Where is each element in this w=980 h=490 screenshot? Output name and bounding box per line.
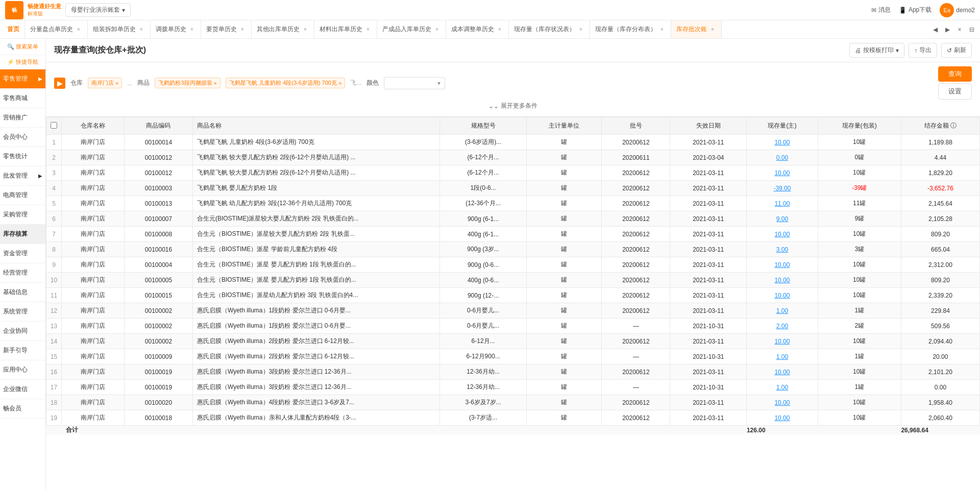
sidebar-item-wholesale[interactable]: 批发管理 ▶	[0, 166, 45, 186]
cell-expire: 2021-03-11	[670, 135, 747, 150]
sidebar-item-membership[interactable]: 畅会员	[0, 399, 45, 419]
logo-line1: 畅捷通好生意	[28, 3, 61, 10]
sidebar-item-finance[interactable]: 资金管理	[0, 244, 45, 263]
tab-2-close[interactable]: ×	[138, 26, 145, 33]
message-btn[interactable]: ✉ 消息	[871, 6, 891, 14]
cell-qty-main[interactable]: 1.00	[747, 349, 818, 364]
tab-4-close[interactable]: ×	[239, 26, 246, 33]
tab-8[interactable]: 成本调整单历史 ×	[446, 20, 509, 39]
tab-7[interactable]: 产成品入库单历史 ×	[377, 20, 446, 39]
sidebar-item-retail-mgmt[interactable]: 零售管理 ▶	[0, 69, 45, 89]
tab-11[interactable]: 库存批次账 ×	[671, 20, 722, 39]
product-more[interactable]: 飞...	[350, 79, 361, 87]
user-area[interactable]: Ea demo2	[940, 3, 975, 17]
sidebar-item-basic-info[interactable]: 基础信息	[0, 283, 45, 302]
color-select[interactable]: ▾	[384, 77, 445, 89]
table-row: 11 南岸门店 00100015 合生元（BIOSTIME）派星幼儿配方奶粉 3…	[46, 288, 980, 303]
export-btn[interactable]: ↑ 导出	[909, 43, 937, 58]
sidebar-item-member[interactable]: 会员中心	[0, 128, 45, 147]
tab-more-btn[interactable]: ⊟	[966, 23, 978, 36]
sidebar-item-operations[interactable]: 经营管理	[0, 263, 45, 283]
sidebar-quick-nav[interactable]: ⚡ 快捷导航	[0, 55, 45, 69]
tab-1-close[interactable]: ×	[75, 26, 82, 33]
expand-more-btn[interactable]: ⌄⌄ 展开更多条件	[54, 100, 972, 112]
select-all-checkbox[interactable]	[51, 122, 57, 129]
tab-11-close[interactable]: ×	[709, 26, 716, 33]
cell-qty-main[interactable]: 3.00	[747, 242, 818, 257]
cell-qty-main[interactable]: 10.00	[747, 288, 818, 303]
product-tag-2-remove[interactable]: ×	[338, 80, 341, 86]
cell-qty-main[interactable]: 10.00	[747, 135, 818, 150]
sidebar-item-collab[interactable]: 企业协同	[0, 322, 45, 341]
cell-warehouse: 南岸门店	[62, 181, 125, 196]
tab-next-btn[interactable]: ▶	[941, 23, 953, 36]
cell-qty-main[interactable]: 11.00	[747, 196, 818, 211]
product-tag-1-remove[interactable]: ×	[214, 80, 217, 86]
cell-qty-main[interactable]: 10.00	[747, 364, 818, 380]
tab-10[interactable]: 现存量（库存分布表） ×	[590, 20, 671, 39]
cell-warehouse: 南岸门店	[62, 303, 125, 318]
footer-empty-2	[818, 426, 901, 435]
sidebar-search[interactable]: 🔍 搜索菜单	[0, 39, 45, 55]
settings-btn[interactable]: 设置	[938, 83, 972, 100]
tab-6[interactable]: 材料出库单历史 ×	[314, 20, 377, 39]
warehouse-filter-tag[interactable]: 南岸门店 ×	[88, 78, 122, 88]
tab-4[interactable]: 要货单历史 ×	[201, 20, 252, 39]
dropdown-arrow: ▾	[122, 7, 125, 14]
tab-5-close[interactable]: ×	[302, 26, 309, 33]
cell-qty-main[interactable]: 10.00	[747, 410, 818, 426]
warehouse-more[interactable]: ...	[127, 80, 132, 87]
tab-9-close[interactable]: ×	[577, 26, 584, 33]
tab-7-close[interactable]: ×	[433, 26, 440, 33]
tab-8-close[interactable]: ×	[496, 26, 503, 33]
tab-9[interactable]: 现存量（库存状况表） ×	[509, 20, 590, 39]
refresh-btn[interactable]: ↺ 刷新	[941, 43, 972, 58]
cell-no: 9	[46, 257, 62, 273]
sidebar-item-retail-stats[interactable]: 零售统计	[0, 147, 45, 166]
tab-10-close[interactable]: ×	[658, 26, 666, 33]
sidebar-item-ecommerce[interactable]: 电商管理	[0, 186, 45, 205]
cell-qty-main[interactable]: 10.00	[747, 165, 818, 181]
tab-6-close[interactable]: ×	[364, 26, 372, 33]
cell-qty-main[interactable]: 2.00	[747, 318, 818, 334]
cell-qty-main[interactable]: -39.00	[747, 181, 818, 196]
cell-qty-main[interactable]: 10.00	[747, 227, 818, 242]
warehouse-remove-icon[interactable]: ×	[115, 80, 118, 86]
sidebar-item-newguide[interactable]: 新手引导	[0, 341, 45, 360]
tab-close-current-btn[interactable]: ×	[953, 23, 966, 36]
sidebar-item-system[interactable]: 系统管理	[0, 302, 45, 322]
tab-home[interactable]: 首页	[2, 20, 25, 39]
cell-qty-main[interactable]: 1.00	[747, 380, 818, 395]
sidebar-item-inventory[interactable]: 库存核算	[0, 225, 45, 244]
cell-unit: 罐	[527, 364, 602, 380]
sidebar-item-wxwork[interactable]: 企业微信	[0, 380, 45, 399]
tab-prev-btn[interactable]: ◀	[929, 23, 941, 36]
chevron-down-icon: ⌄⌄	[488, 103, 499, 110]
product-filter-tag-1[interactable]: 飞鹤奶粉3段丙捆据装 ×	[155, 78, 220, 88]
cell-qty-main[interactable]: 10.00	[747, 395, 818, 410]
filter-expand-btn[interactable]: ▶	[54, 78, 65, 89]
cell-qty-main[interactable]: 10.00	[747, 257, 818, 273]
workspace-selector[interactable]: 母婴行业演示账套 ▾	[65, 3, 131, 17]
tab-3-close[interactable]: ×	[188, 26, 195, 33]
cell-expire: 2021-03-11	[670, 257, 747, 273]
template-print-btn[interactable]: 🖨 按模板打印 ▾	[849, 43, 904, 58]
cell-qty-main[interactable]: 0.00	[747, 150, 818, 165]
message-label: 消息	[878, 6, 891, 14]
sidebar-item-retail-shop[interactable]: 零售商城	[0, 89, 45, 108]
tab-2[interactable]: 组装拆卸单历史 ×	[88, 20, 151, 39]
sidebar-item-purchase[interactable]: 采购管理	[0, 205, 45, 225]
sidebar-item-marketing[interactable]: 营销推广	[0, 108, 45, 128]
cell-qty-main[interactable]: 10.00	[747, 273, 818, 288]
app-download-btn[interactable]: 📱 App下载	[899, 6, 932, 14]
cell-qty-main[interactable]: 10.00	[747, 334, 818, 349]
cell-qty-main[interactable]: 9.00	[747, 211, 818, 227]
search-btn[interactable]: 查询	[938, 66, 972, 82]
tab-1[interactable]: 分量盘点单历史 ×	[25, 20, 88, 39]
tab-3[interactable]: 调拨单历史 ×	[151, 20, 201, 39]
tab-5[interactable]: 其他出库单历史 ×	[252, 20, 314, 39]
cell-amount: 809.20	[901, 273, 979, 288]
sidebar-item-appcenter[interactable]: 应用中心	[0, 360, 45, 380]
cell-qty-main[interactable]: 1.00	[747, 303, 818, 318]
product-filter-tag-2[interactable]: 飞鹤星飞帆 儿童奶粉 4段(3-6岁适用) 700克 ×	[226, 78, 345, 88]
